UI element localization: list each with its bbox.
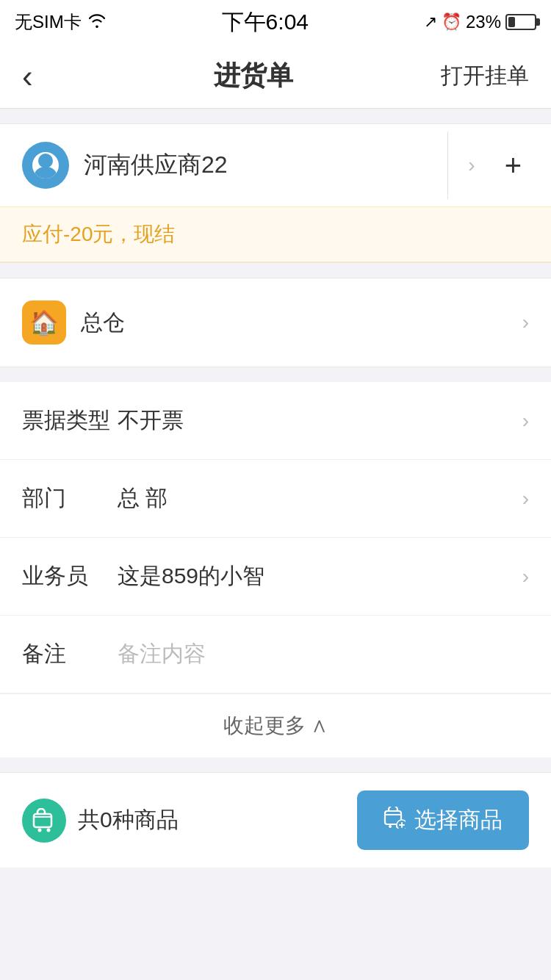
collapse-label: 收起更多 ∧	[223, 712, 328, 740]
invoice-type-chevron-icon: ›	[522, 409, 529, 433]
invoice-type-row[interactable]: 票据类型 不开票 ›	[0, 382, 551, 460]
department-value: 总 部	[118, 483, 515, 514]
status-bar: 无SIM卡 下午6:04 ↗ ⏰ 23%	[0, 0, 551, 44]
svg-point-1	[38, 828, 42, 832]
supplier-divider	[447, 131, 448, 199]
product-count-text: 共0种商品	[78, 805, 179, 835]
remark-row[interactable]: 备注 备注内容	[0, 616, 551, 693]
status-right: ↗ ⏰ 23%	[424, 12, 536, 32]
remark-value: 备注内容	[118, 639, 529, 669]
salesperson-row[interactable]: 业务员 这是859的小智 ›	[0, 538, 551, 616]
svg-point-4	[389, 825, 392, 828]
section-gap-2	[0, 263, 551, 278]
department-key: 部门	[22, 483, 118, 514]
svg-point-2	[47, 828, 51, 832]
carrier-label: 无SIM卡	[15, 10, 82, 34]
status-time: 下午6:04	[222, 7, 309, 37]
back-button[interactable]: ‹	[22, 58, 66, 95]
battery-percent: 23%	[466, 12, 501, 32]
warehouse-label: 总仓	[81, 308, 522, 338]
salesperson-chevron-icon: ›	[522, 565, 529, 588]
location-icon: ↗	[424, 12, 437, 32]
supplier-avatar	[22, 142, 69, 189]
svg-rect-0	[34, 814, 51, 827]
remark-key: 备注	[22, 639, 118, 669]
notice-text: 应付-20元，现结	[22, 223, 175, 245]
product-count-icon	[22, 799, 66, 843]
supplier-chevron-icon: ›	[468, 154, 475, 177]
supplier-name: 河南供应商22	[84, 149, 461, 181]
department-row[interactable]: 部门 总 部 ›	[0, 460, 551, 538]
select-goods-label: 选择商品	[414, 805, 503, 835]
nav-bar: ‹ 进货单 打开挂单	[0, 44, 551, 109]
invoice-type-value: 不开票	[118, 406, 515, 436]
salesperson-value: 这是859的小智	[118, 561, 515, 591]
warehouse-icon: 🏠	[29, 309, 59, 336]
alarm-icon: ⏰	[442, 12, 461, 32]
warehouse-row[interactable]: 🏠 总仓 ›	[0, 278, 551, 367]
wifi-icon	[87, 12, 107, 32]
supplier-section: 河南供应商22 › + 应付-20元，现结	[0, 123, 551, 263]
invoice-type-key: 票据类型	[22, 406, 118, 436]
select-goods-button[interactable]: 选择商品	[357, 790, 529, 850]
department-chevron-icon: ›	[522, 487, 529, 511]
open-pending-button[interactable]: 打开挂单	[441, 61, 529, 91]
status-left: 无SIM卡	[15, 10, 107, 34]
collapse-button[interactable]: 收起更多 ∧	[0, 693, 551, 757]
page-title: 进货单	[214, 58, 293, 94]
supplier-row[interactable]: 河南供应商22 › +	[0, 124, 551, 206]
section-gap-3	[0, 367, 551, 382]
battery-icon	[505, 14, 536, 30]
form-section: 票据类型 不开票 › 部门 总 部 › 业务员 这是859的小智 › 备注 备注…	[0, 382, 551, 757]
warehouse-section: 🏠 总仓 ›	[0, 278, 551, 367]
salesperson-key: 业务员	[22, 561, 118, 591]
add-supplier-button[interactable]: +	[497, 149, 529, 182]
bottom-bar: 共0种商品 选择商品	[0, 772, 551, 868]
notice-bar: 应付-20元，现结	[0, 206, 551, 262]
select-goods-icon	[383, 807, 406, 834]
section-gap-1	[0, 109, 551, 123]
product-count-left: 共0种商品	[22, 799, 179, 843]
warehouse-icon-wrap: 🏠	[22, 300, 66, 345]
warehouse-chevron-icon: ›	[522, 311, 529, 334]
cart-icon	[32, 808, 57, 833]
